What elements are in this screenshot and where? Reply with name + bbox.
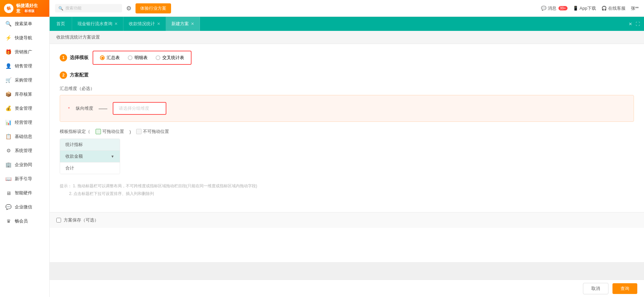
footer-bar: 取消 查询 bbox=[50, 280, 644, 297]
unmovable-toggle bbox=[136, 129, 142, 134]
app-download-item[interactable]: 📱 App下载 bbox=[573, 5, 596, 11]
save-checkbox[interactable] bbox=[56, 218, 61, 222]
book-icon: 📖 bbox=[5, 176, 11, 182]
content-inner: 收款情况统计方案设置 1 选择模板 汇总表 bbox=[50, 31, 644, 262]
sidebar-item-enterprise[interactable]: 🏢 企业协同 bbox=[0, 158, 49, 172]
step2-section: 2 方案配置 汇总维度（必选） * 纵向维度 —— 请选择分组维度 bbox=[60, 71, 634, 205]
arrow-icon: —— bbox=[99, 106, 107, 111]
metrics-subheader-row: 收款金额 ▼ bbox=[60, 151, 120, 162]
monitor-icon: 🖥 bbox=[5, 190, 11, 196]
search-icon: 🔍 bbox=[5, 21, 11, 27]
top-header: 🔍 搜索功能 ⚙ 体验行业方案 💬 消息 99+ 📱 App下载 🎧 在线客服 … bbox=[50, 0, 644, 17]
building-icon: 🏢 bbox=[5, 162, 11, 168]
sidebar-item-inventory[interactable]: 📦 库存核算 bbox=[0, 87, 49, 101]
dim-label: 纵向维度 bbox=[76, 105, 93, 111]
sidebar-item-guide[interactable]: 📖 新手引导 bbox=[0, 172, 49, 186]
template-options: 汇总表 明细表 交叉统计表 bbox=[93, 51, 192, 65]
metrics-config: 模板指标设定（ 可拖动位置 ) 不可拖动位置 bbox=[60, 129, 634, 175]
sidebar-item-purchase[interactable]: 🛒 采购管理 bbox=[0, 73, 49, 87]
logo-icon: 畅 bbox=[4, 4, 13, 13]
dimension-area: * 纵向维度 —— 请选择分组维度 bbox=[60, 95, 634, 122]
tab-close-collection-stats[interactable]: ✕ bbox=[157, 21, 160, 26]
save-label: 方案保存（可选） bbox=[64, 217, 99, 223]
box-icon: 📦 bbox=[5, 91, 11, 97]
person-icon: 👤 bbox=[5, 63, 11, 69]
sidebar-item-quick-nav[interactable]: ⚡ 快捷导航 bbox=[0, 31, 49, 45]
customer-service-item[interactable]: 🎧 在线客服 bbox=[601, 5, 626, 11]
maximize-icon[interactable]: ⛶ bbox=[636, 21, 640, 27]
movable-toggle bbox=[96, 129, 101, 134]
tab-controls: ✕ ⛶ bbox=[625, 17, 644, 31]
message-icon: 💬 bbox=[541, 6, 546, 11]
content-area: 收款情况统计方案设置 1 选择模板 汇总表 bbox=[50, 31, 644, 280]
close-window-icon[interactable]: ✕ bbox=[629, 21, 632, 27]
cancel-button[interactable]: 取消 bbox=[583, 283, 608, 294]
tab-bar: 首页 现金银行流水查询 ✕ 收款情况统计 ✕ 新建方案 ✕ ✕ ⛶ bbox=[50, 17, 644, 31]
header-right: 💬 消息 99+ 📱 App下载 🎧 在线客服 张** bbox=[541, 5, 639, 11]
step1-badge: 1 bbox=[60, 54, 67, 61]
username: 张** bbox=[631, 5, 639, 11]
radio-summary[interactable]: 汇总表 bbox=[100, 55, 120, 61]
industry-btn[interactable]: 体验行业方案 bbox=[136, 3, 171, 13]
tab-close-new-plan[interactable]: ✕ bbox=[191, 21, 194, 26]
sidebar-item-search-menu[interactable]: 🔍 搜索菜单 bbox=[0, 17, 49, 31]
radio-summary-dot bbox=[100, 55, 105, 60]
unmovable-indicator: 不可拖动位置 bbox=[136, 129, 169, 135]
sidebar-item-operations[interactable]: 📊 经营管理 bbox=[0, 115, 49, 130]
metrics-label-row: 模板指标设定（ 可拖动位置 ) 不可拖动位置 bbox=[60, 129, 634, 135]
movable-indicator: 可拖动位置 bbox=[96, 129, 124, 135]
metrics-config-title: 模板指标设定（ bbox=[60, 129, 90, 135]
app-icon: 📱 bbox=[573, 6, 578, 11]
tips-section: 提示： 1. 拖动标题栏可以调整布局，不可跨维度或指标区域拖动栏目段(只能在同一… bbox=[60, 183, 634, 205]
step1-row: 1 选择模板 汇总表 明细表 bbox=[60, 51, 634, 65]
radio-detail[interactable]: 明细表 bbox=[128, 55, 148, 61]
tab-home[interactable]: 首页 bbox=[50, 17, 72, 31]
radio-cross-dot bbox=[156, 55, 160, 60]
flash-icon: ⚡ bbox=[5, 35, 11, 41]
search-icon: 🔍 bbox=[58, 6, 63, 11]
metrics-data-row: 合计 bbox=[60, 162, 120, 174]
main-area: 🔍 搜索功能 ⚙ 体验行业方案 💬 消息 99+ 📱 App下载 🎧 在线客服 … bbox=[50, 0, 644, 297]
tab-bank-flow[interactable]: 现金银行流水查询 ✕ bbox=[72, 17, 123, 31]
cart-icon: 🛒 bbox=[5, 77, 11, 83]
header-search[interactable]: 🔍 搜索功能 bbox=[55, 4, 122, 12]
step2-label: 方案配置 bbox=[70, 72, 89, 78]
sidebar-item-hardware[interactable]: 🖥 智能硬件 bbox=[0, 186, 49, 200]
step2-row: 2 方案配置 bbox=[60, 71, 634, 79]
sidebar-item-finance[interactable]: 💰 资金管理 bbox=[0, 101, 49, 115]
crown-icon: ♛ bbox=[5, 218, 11, 224]
sidebar-item-member[interactable]: ♛ 畅会员 bbox=[0, 214, 49, 228]
tab-close-bank-flow[interactable]: ✕ bbox=[114, 21, 118, 26]
sidebar-item-sales[interactable]: 👤 销售管理 bbox=[0, 59, 49, 73]
metrics-table: 统计指标 收款金额 ▼ 合计 bbox=[60, 139, 120, 174]
gift-icon: 🎁 bbox=[5, 49, 11, 55]
chart-icon: 📊 bbox=[5, 119, 11, 126]
tab-collection-stats[interactable]: 收款情况统计 ✕ bbox=[123, 17, 166, 31]
sidebar: 畅 畅捷通好生 意 标准版 🔍 搜索菜单 ⚡ 快捷导航 🎁 营销推广 👤 销售管… bbox=[0, 0, 50, 297]
radio-cross[interactable]: 交叉统计表 bbox=[156, 55, 184, 61]
tip2-text: 2. 点击标题栏下拉可设置排序、插入列和删除列 bbox=[60, 191, 634, 197]
tab-new-plan[interactable]: 新建方案 ✕ bbox=[166, 17, 200, 31]
money-icon: 💰 bbox=[5, 105, 11, 111]
step1-label: 选择模板 bbox=[70, 55, 89, 61]
query-button[interactable]: 查询 bbox=[612, 283, 637, 294]
page-title-bar: 收款情况统计方案设置 bbox=[50, 31, 644, 44]
sidebar-item-system[interactable]: ⚙ 系统管理 bbox=[0, 144, 49, 158]
radio-detail-dot bbox=[128, 55, 132, 60]
summary-dim-title: 汇总维度（必选） bbox=[60, 86, 634, 92]
step2-badge: 2 bbox=[60, 71, 67, 79]
service-icon: 🎧 bbox=[601, 6, 607, 11]
sidebar-item-marketing[interactable]: 🎁 营销推广 bbox=[0, 45, 49, 59]
page-title: 收款情况统计方案设置 bbox=[56, 35, 100, 40]
logo-text: 畅捷通好生 意 标准版 bbox=[16, 3, 38, 14]
tip1-text: 提示： 1. 拖动标题栏可以调整布局，不可跨维度或指标区域拖动栏目段(只能在同一… bbox=[60, 183, 634, 189]
wechat-icon: 💬 bbox=[5, 204, 11, 210]
sidebar-logo: 畅 畅捷通好生 意 标准版 bbox=[0, 0, 49, 17]
dim-select-box[interactable]: 请选择分组维度 bbox=[113, 102, 166, 115]
chevron-down-icon[interactable]: ▼ bbox=[111, 154, 114, 158]
message-item[interactable]: 💬 消息 99+ bbox=[541, 5, 568, 11]
sidebar-item-wechat[interactable]: 💬 企业微信 bbox=[0, 200, 49, 214]
gear-icon: ⚙ bbox=[5, 148, 11, 154]
settings-icon[interactable]: ⚙ bbox=[126, 5, 131, 12]
sidebar-item-basic-info[interactable]: 📋 基础信息 bbox=[0, 130, 49, 144]
